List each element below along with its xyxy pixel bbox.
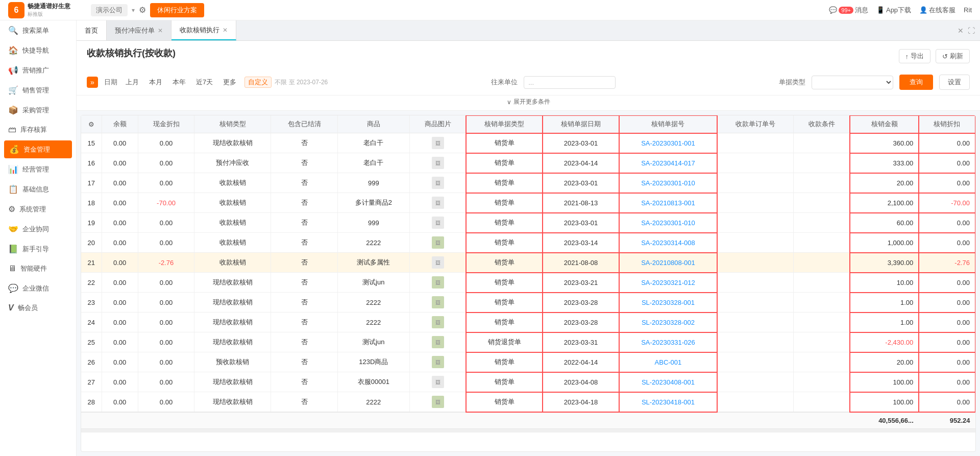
cell-bill-no[interactable]: SA-20230414-017 [619,153,717,173]
horizontal-scrollbar[interactable] [81,428,975,433]
company-dropdown-icon[interactable]: ▾ [132,7,135,14]
cell-bill-type: 销货单 [466,273,543,293]
tab-prepay-label: 预付冲应付单 [115,26,155,35]
sidebar-item-purchase[interactable]: 📦 采购管理 [0,100,76,120]
table-row: 19 0.00 0.00 收款核销 否 999 🖼 销货单 2023-03-01… [81,213,975,233]
cell-bill-no[interactable]: SL-20230418-001 [619,392,717,413]
filter-this-year[interactable]: 本年 [170,77,188,88]
cell-amount: 1.00 [850,313,918,332]
company-selector[interactable]: 演示公司 [91,4,128,16]
cell-bill-no[interactable]: SA-20230301-010 [619,173,717,193]
product-thumbnail: 🖼 [432,276,444,289]
cell-settled: 否 [271,352,337,372]
sidebar-item-guide[interactable]: 📗 新手引导 [0,239,76,259]
cell-num: 22 [81,273,102,293]
cell-bill-no[interactable]: SA-20230331-026 [619,332,717,352]
cell-bill-no[interactable]: SA-20210813-001 [619,193,717,213]
partner-filter-input[interactable]: ... [524,76,616,89]
sidebar-item-collab[interactable]: 🤝 企业协同 [0,219,76,239]
system-icon: ⚙ [8,204,15,214]
cell-bill-no[interactable]: SL-20230328-001 [619,293,717,313]
sidebar-item-quicknav[interactable]: 🏠 快捷导航 [0,40,76,60]
col-settings[interactable]: ⚙ [81,115,102,133]
refresh-btn[interactable]: ↺ 刷新 [936,49,970,63]
cell-bill-no[interactable]: ABC-001 [619,352,717,372]
sidebar-item-member[interactable]: V 畅会员 [0,298,76,318]
cell-discount: 0.00 [919,273,975,293]
cell-bill-no[interactable]: SL-20230328-002 [619,313,717,332]
cell-discount: 0.00 [919,133,975,153]
filter-last-month[interactable]: 上月 [124,77,141,88]
filter-more[interactable]: 更多 [221,77,238,88]
cell-bill-no[interactable]: SA-20230314-008 [619,233,717,253]
cell-type: 预收款核销 [194,352,271,372]
cell-settled: 否 [271,153,337,173]
user-name[interactable]: Rit [964,6,972,14]
cell-balance: 0.00 [102,332,138,352]
filter-this-month[interactable]: 本月 [147,77,164,88]
cell-order-no [717,352,794,372]
settings-icon[interactable]: ⚙ [139,5,146,15]
cell-bill-type: 销货单 [466,213,543,233]
tab-close-all-icon[interactable]: ✕ [958,27,964,35]
expand-more-link[interactable]: ∨ 展开更多条件 [507,98,550,106]
cell-bill-type: 销货单 [466,153,543,173]
cell-bill-type: 销货单 [466,173,543,193]
cell-bill-no[interactable]: SA-20230321-012 [619,273,717,293]
chevron-down-icon: ∨ [507,99,511,106]
settings-btn[interactable]: 设置 [939,75,970,90]
app-download-btn[interactable]: 📱 App下载 [876,6,911,15]
tab-collection[interactable]: 收款核销执行 ✕ [172,20,236,40]
purchase-icon: 📦 [8,105,18,115]
cell-balance: 0.00 [102,372,138,392]
filter-toggle-btn[interactable]: » [87,77,98,88]
cell-goods-img: 🖼 [409,193,466,213]
app-name: 畅捷通谱好生意 [28,2,70,11]
cell-bill-no[interactable]: SL-20230408-001 [619,372,717,392]
sidebar-item-marketing[interactable]: 📢 营销推广 [0,60,76,80]
cell-bill-no[interactable]: SA-20210808-001 [619,253,717,273]
cell-bill-no[interactable]: SA-20230301-001 [619,133,717,153]
product-thumbnail: 🖼 [432,236,444,249]
table-row: 28 0.00 0.00 现结收款核销 否 2222 🖼 销货单 2023-04… [81,392,975,413]
sidebar-item-operations[interactable]: 📊 经营管理 [0,159,76,179]
cell-discount: 0.00 [919,293,975,313]
sidebar-item-inventory[interactable]: 🗃 库存核算 [0,120,76,139]
cell-bill-no[interactable]: SA-20230301-010 [619,213,717,233]
industry-btn[interactable]: 休闲行业方案 [150,3,204,17]
finance-icon: 💰 [9,145,19,154]
cell-num: 21 [81,253,102,273]
tab-home[interactable]: 首页 [77,20,107,40]
cell-bill-date: 2021-08-08 [543,253,619,273]
cell-type: 收款核销 [194,253,271,273]
sidebar-item-system[interactable]: ⚙ 系统管理 [0,199,76,219]
tab-maximize-icon[interactable]: ⛶ [968,27,975,35]
col-settled: 包含已结清 [271,115,337,133]
query-btn[interactable]: 查询 [899,75,933,90]
sidebar: 🔍 搜索菜单 🏠 快捷导航 📢 营销推广 🛒 销售管理 📦 采购管理 🗃 库存核… [0,20,77,456]
tab-prepay-close[interactable]: ✕ [158,27,163,34]
sidebar-item-sales[interactable]: 🛒 销售管理 [0,80,76,100]
sidebar-item-finance[interactable]: 💰 资金管理 [4,140,72,158]
notification-badge: 99+ [839,7,853,14]
sidebar-item-wechat[interactable]: 💬 企业微信 [0,278,76,298]
cell-amount: 20.00 [850,173,918,193]
cell-amount: 2,100.00 [850,193,918,213]
export-btn[interactable]: ↑ 导出 [899,49,931,63]
date-filter-label: 日期 [104,78,117,87]
notifications-btn[interactable]: 💬 99+ 消息 [829,6,868,15]
cell-goods-img: 🖼 [409,273,466,293]
tab-prepay[interactable]: 预付冲应付单 ✕ [107,20,172,40]
filter-custom[interactable]: 自定义 [244,77,272,88]
sidebar-item-search[interactable]: 🔍 搜索菜单 [0,20,76,40]
cell-amount: 1,000.00 [850,233,918,253]
sidebar-item-basic[interactable]: 📋 基础信息 [0,179,76,199]
online-service-btn[interactable]: 👤 在线客服 [919,6,955,15]
bill-type-select[interactable] [812,76,893,89]
filter-last-7[interactable]: 近7天 [194,77,215,88]
tab-collection-close[interactable]: ✕ [223,27,228,34]
table-footer-row: 40,556,66... 952.24 [81,412,975,428]
sidebar-item-hardware[interactable]: 🖥 智能硬件 [0,259,76,278]
col-order-no: 收款单订单号 [717,115,794,133]
cell-num: 23 [81,293,102,313]
